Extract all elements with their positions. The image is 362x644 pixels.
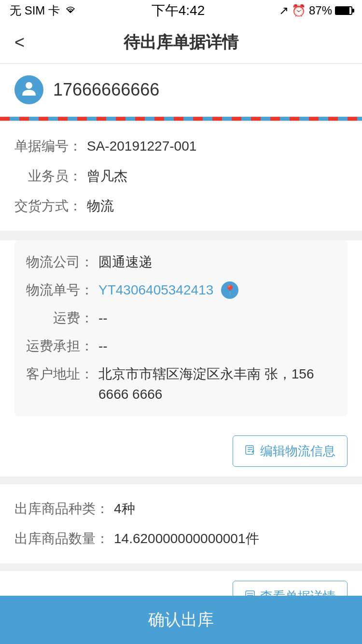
tracking-row: 物流单号： YT4306405342413 [26, 280, 336, 300]
battery-icon [335, 6, 352, 15]
order-no-label: 单据编号： [14, 136, 87, 156]
freight-value: -- [98, 308, 336, 328]
status-time: 下午4:42 [152, 1, 205, 20]
edit-logistics-label: 编辑物流信息 [260, 443, 335, 460]
clock-status-icon: ⏰ [292, 4, 306, 17]
quantity-row: 出库商品数量： 14.620000000000001件 [14, 529, 348, 549]
delivery-value: 物流 [87, 196, 348, 216]
customer-section: 17666666666 [0, 64, 362, 116]
status-bar: 无 SIM 卡 下午4:42 ↗ ⏰ 87% [0, 0, 362, 21]
types-row: 出库商品种类： 4种 [14, 499, 348, 519]
order-info-section: 单据编号： SA-20191227-001 业务员： 曾凡杰 交货方式： 物流 [0, 122, 362, 231]
back-button[interactable]: < [14, 32, 25, 53]
salesman-row: 业务员： 曾凡杰 [14, 166, 348, 186]
types-label: 出库商品种类： [14, 499, 114, 519]
svg-point-0 [26, 82, 32, 89]
logistics-full-section: 物流公司： 圆通速递 物流单号： YT4306405342413 运费： -- … [0, 240, 362, 476]
address-value: 北京市市辖区海淀区永丰南 张，156 6666 6666 [98, 364, 336, 405]
edit-btn-container: 编辑物流信息 [0, 426, 362, 476]
freight-label: 运费： [26, 308, 98, 328]
order-no-value: SA-20191227-001 [87, 136, 348, 156]
tracking-no-label: 物流单号： [26, 280, 98, 300]
delivery-row: 交货方式： 物流 [14, 196, 348, 216]
logistics-card: 物流公司： 圆通速递 物流单号： YT4306405342413 运费： -- … [14, 240, 348, 416]
delivery-label: 交货方式： [14, 196, 87, 216]
carrier-text: 无 SIM 卡 [10, 3, 60, 18]
freight-bearer-label: 运费承担： [26, 336, 98, 356]
svg-rect-1 [246, 446, 253, 454]
dashed-divider [0, 117, 362, 121]
order-no-row: 单据编号： SA-20191227-001 [14, 136, 348, 156]
stats-section: 出库商品种类： 4种 出库商品数量： 14.620000000000001件 [0, 484, 362, 563]
page-title: 待出库单据详情 [124, 31, 238, 54]
customer-phone: 17666666666 [53, 80, 159, 100]
status-right: ↗ ⏰ 87% [279, 4, 352, 17]
battery-percentage: 87% [309, 4, 332, 17]
address-label: 客户地址： [26, 364, 98, 384]
quantity-value: 14.620000000000001件 [114, 529, 348, 549]
location-status-icon: ↗ [279, 4, 289, 17]
edit-logistics-button[interactable]: 编辑物流信息 [233, 435, 348, 467]
salesman-label: 业务员： [14, 166, 87, 186]
freight-bearer-value: -- [98, 336, 336, 356]
types-value: 4种 [114, 499, 348, 519]
confirm-label: 确认出库 [148, 609, 214, 631]
nav-bar: < 待出库单据详情 [0, 21, 362, 64]
quantity-label: 出库商品数量： [14, 529, 114, 549]
freight-row: 运费： -- [26, 308, 336, 328]
confirm-outbound-button[interactable]: 确认出库 [0, 596, 362, 644]
salesman-value: 曾凡杰 [87, 166, 348, 186]
user-icon [20, 79, 38, 100]
tracking-no-value: YT4306405342413 [98, 280, 213, 300]
edit-icon [245, 445, 255, 458]
wifi-icon [64, 4, 77, 17]
freight-bearer-row: 运费承担： -- [26, 336, 336, 356]
address-row: 客户地址： 北京市市辖区海淀区永丰南 张，156 6666 6666 [26, 364, 336, 405]
company-label: 物流公司： [26, 252, 98, 272]
avatar [14, 75, 43, 104]
company-row: 物流公司： 圆通速递 [26, 252, 336, 272]
map-location-icon[interactable] [221, 281, 238, 299]
company-value: 圆通速递 [98, 252, 336, 272]
status-left: 无 SIM 卡 [10, 3, 77, 18]
content: 17666666666 单据编号： SA-20191227-001 业务员： 曾… [0, 64, 362, 644]
tracking-no-container: YT4306405342413 [98, 280, 238, 300]
